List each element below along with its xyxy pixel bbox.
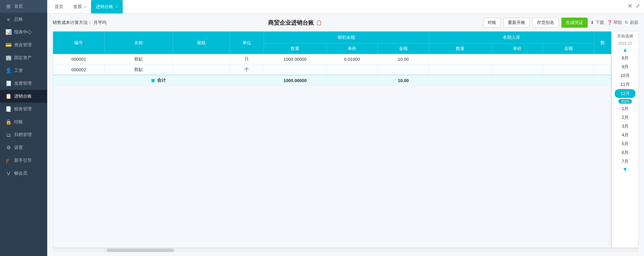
cell-in-qty <box>429 65 492 75</box>
cell-code: 000001 <box>53 54 105 65</box>
tab-purchase-sales[interactable]: 进销台账 × <box>91 0 122 14</box>
refresh-label: 刷新 <box>630 20 639 25</box>
help-label: 帮助 <box>613 20 622 25</box>
archive-icon: 🗂 <box>5 132 11 138</box>
sidebar-item-closing[interactable]: 🔒 结账 <box>0 116 47 128</box>
month-item-9[interactable]: 9月 <box>612 62 638 71</box>
sidebar-item-general-ledger[interactable]: ≡ 总账 <box>0 13 47 26</box>
cell-opening-qty <box>264 65 326 75</box>
month-item-2[interactable]: 2月 <box>612 113 638 122</box>
cell-spec <box>173 65 230 75</box>
month-item-6[interactable]: 6月 <box>612 148 638 157</box>
month-panel-header: 月份选择 <box>612 31 638 40</box>
month-item-8[interactable]: 8月 <box>612 54 638 62</box>
sidebar-item-tax[interactable]: 📑 税务管理 <box>0 103 47 116</box>
table-row: 000001 前缸 只 1000.00000 0.01000 10.00 <box>53 54 611 65</box>
sidebar-item-funds[interactable]: 💳 资金管理 <box>0 39 47 51</box>
total-in-amount <box>543 75 594 86</box>
sidebar-item-label: 报表中心 <box>14 29 32 35</box>
cell-opening-qty: 1000.00000 <box>264 54 326 65</box>
cell-opening-amount <box>378 65 429 75</box>
tab-invoice[interactable]: 发票 × <box>68 0 91 14</box>
month-item-11[interactable]: 11月 <box>612 80 638 89</box>
month-item-12[interactable]: 12月 <box>615 89 636 98</box>
funds-icon: 💳 <box>5 42 11 48</box>
download-button[interactable]: ⬇ 下载 <box>590 20 604 26</box>
page-title: 商贸企业进销台账 📋 <box>268 19 322 27</box>
cell-unit: 只 <box>230 54 264 65</box>
cell-opening-price <box>326 65 378 75</box>
month-item-5[interactable]: 5月 <box>612 139 638 148</box>
sidebar-item-purchase-sales[interactable]: 📋 进销台账 <box>0 90 47 103</box>
col-code: 编号 <box>53 32 105 54</box>
month-item-7[interactable]: 7月 <box>612 157 638 166</box>
total-icon: ▣ <box>151 78 155 83</box>
help-button[interactable]: ❓ 帮助 <box>607 20 622 26</box>
month-panel-year-2022: 2022.12 <box>612 40 638 46</box>
download-label: 下载 <box>595 20 604 25</box>
cell-unit: 个 <box>230 65 264 75</box>
sidebar-item-payroll[interactable]: 👤 工资 <box>0 64 47 77</box>
cell-opening-price: 0.01000 <box>326 54 378 65</box>
total-opening-qty: 1000.00000 <box>264 75 326 86</box>
maximize-button[interactable]: ⤢ <box>636 3 640 9</box>
reopen-button[interactable]: 重新开账 <box>503 18 530 28</box>
col-current-in: 本期入库 <box>429 32 594 44</box>
cell-spec <box>173 54 230 65</box>
payroll-icon: 👤 <box>5 68 11 74</box>
col-spec: 规格 <box>173 32 230 54</box>
sidebar-item-guide[interactable]: 🎓 新手引导 <box>0 154 47 167</box>
col-in-amount: 金额 <box>543 44 594 54</box>
col-in-qty: 数量 <box>429 44 492 54</box>
tab-home-label: 首页 <box>55 4 63 10</box>
year-2023-tag: 2023 <box>618 99 632 104</box>
close-button[interactable]: ✕ <box>628 3 632 9</box>
sidebar-item-settings[interactable]: ⚙ 设置 <box>0 141 47 154</box>
col-opening-amount: 金额 <box>378 44 429 54</box>
sidebar-item-label: 税务管理 <box>14 106 32 112</box>
sidebar-item-vip[interactable]: V 畅会员 <box>0 167 47 180</box>
cost-method: 销售成本计算方法： 月平均 <box>53 20 107 26</box>
purchase-sales-icon: 📋 <box>5 93 11 99</box>
sidebar: ⊞ 首页 ≡ 总账 📊 报表中心 💳 资金管理 🏢 固定资产 👤 工资 🧾 发票… <box>0 0 47 256</box>
cell-in-amount <box>543 54 594 65</box>
month-item-10[interactable]: 10月 <box>612 71 638 80</box>
window-controls: ✕ ⤢ <box>628 3 640 9</box>
sidebar-item-label: 固定资产 <box>14 55 32 61</box>
bottom-scrollbar[interactable] <box>53 248 639 252</box>
refresh-button[interactable]: ↻ 刷新 <box>625 20 639 26</box>
scroll-thumb[interactable] <box>107 249 174 252</box>
sidebar-item-archive[interactable]: 🗂 归档管理 <box>0 128 47 141</box>
cell-in-price <box>492 54 543 65</box>
sidebar-item-label: 工资 <box>14 68 23 74</box>
sidebar-item-label: 设置 <box>14 145 23 151</box>
sidebar-item-assets[interactable]: 🏢 固定资产 <box>0 51 47 64</box>
month-item-4[interactable]: 4月 <box>612 131 638 139</box>
sidebar-item-reports[interactable]: 📊 报表中心 <box>0 26 47 39</box>
reports-icon: 📊 <box>5 29 11 35</box>
tab-invoice-close[interactable]: × <box>84 5 86 9</box>
reconcile-button[interactable]: 对账 <box>483 18 501 28</box>
action-buttons: 对账 重新开账 存货别名 生成凭证 ⬇ 下载 ❓ 帮助 ↻ 刷新 <box>483 18 639 28</box>
cell-code: 000002 <box>53 65 105 75</box>
table-wrapper[interactable]: 编号 名称 规格 单位 期初余额 本期入库 数 数量 单价 金额 数 <box>53 31 612 248</box>
edit-icon[interactable]: 📋 <box>316 20 322 25</box>
page-title-text: 商贸企业进销台账 <box>268 19 314 27</box>
generate-voucher-button[interactable]: 生成凭证 <box>561 18 588 28</box>
month-item-3[interactable]: 3月 <box>612 122 638 131</box>
top-bar: 销售成本计算方法： 月平均 商贸企业进销台账 📋 对账 重新开账 存货别名 生成… <box>53 18 639 28</box>
sidebar-item-home[interactable]: ⊞ 首页 <box>0 0 47 13</box>
scroll-up-button[interactable]: ▲ <box>612 46 638 54</box>
sidebar-item-label: 新手引导 <box>14 157 32 163</box>
sidebar-item-label: 归档管理 <box>14 132 32 138</box>
tab-purchase-sales-close[interactable]: × <box>115 5 117 9</box>
tab-home[interactable]: 首页 <box>50 0 68 14</box>
sidebar-item-invoice-mgmt[interactable]: 🧾 发票管理 <box>0 77 47 90</box>
col-unit: 单位 <box>230 32 264 54</box>
month-item-1[interactable]: 1月 <box>612 104 638 113</box>
save-alias-button[interactable]: 存货别名 <box>532 18 559 28</box>
scroll-down-button[interactable]: ▼ <box>612 166 638 173</box>
cell-more <box>594 65 611 75</box>
col-opening-qty: 数量 <box>264 44 326 54</box>
sidebar-item-label: 发票管理 <box>14 80 32 86</box>
